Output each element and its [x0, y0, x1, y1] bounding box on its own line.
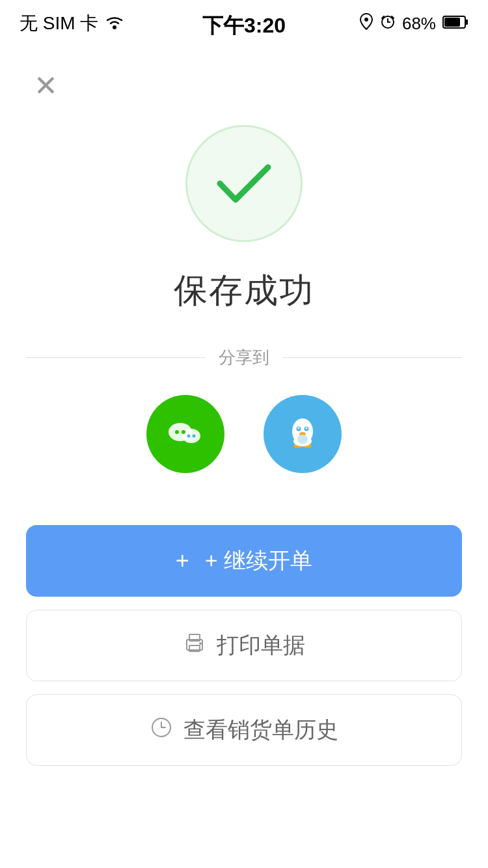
battery-text: 68% — [402, 14, 436, 34]
divider-text: 分享到 — [219, 346, 269, 369]
status-left: 无 SIM 卡 — [20, 11, 124, 36]
print-button[interactable]: 打印单据 — [26, 610, 462, 681]
continue-button[interactable]: + + 继续开单 — [26, 525, 462, 597]
svg-point-9 — [182, 430, 185, 434]
svg-rect-4 — [465, 20, 468, 25]
svg-point-21 — [297, 435, 308, 444]
svg-point-15 — [298, 427, 300, 429]
svg-point-16 — [306, 427, 308, 429]
svg-point-1 — [364, 18, 368, 21]
wechat-share-button[interactable] — [146, 395, 224, 473]
battery-icon — [442, 14, 468, 34]
success-title: 保存成功 — [174, 268, 314, 314]
clock-icon — [150, 716, 173, 744]
history-button[interactable]: 查看销货单历史 — [26, 694, 462, 766]
svg-point-11 — [193, 435, 196, 438]
svg-point-10 — [187, 435, 191, 438]
svg-point-0 — [113, 25, 116, 29]
history-label: 查看销货单历史 — [183, 715, 338, 745]
status-right: 68% — [359, 13, 468, 34]
print-label: 打印单据 — [217, 631, 305, 660]
share-icons-container — [146, 395, 342, 473]
carrier-text: 无 SIM 卡 — [20, 11, 98, 36]
svg-point-8 — [175, 430, 179, 434]
close-icon: ✕ — [34, 72, 58, 100]
qq-share-button[interactable] — [264, 395, 342, 473]
divider-line-right — [282, 357, 462, 358]
wechat-icon — [163, 411, 208, 457]
svg-rect-5 — [444, 18, 460, 27]
wifi-icon — [105, 13, 124, 34]
alarm-icon — [380, 14, 396, 34]
qq-icon — [280, 412, 325, 456]
close-button[interactable]: ✕ — [26, 66, 65, 105]
share-divider: 分享到 — [26, 346, 462, 369]
printer-icon — [183, 631, 206, 660]
continue-label: + 继续开单 — [205, 546, 312, 576]
success-circle — [185, 125, 303, 242]
continue-plus-icon: + — [176, 547, 189, 575]
status-time: 下午3:20 — [202, 12, 286, 40]
main-content: 保存成功 分享到 — [0, 105, 488, 868]
check-icon — [215, 161, 273, 206]
location-icon — [359, 13, 373, 34]
status-bar: 无 SIM 卡 下午3:20 — [0, 0, 488, 47]
svg-point-25 — [199, 642, 202, 645]
action-buttons: + + 继续开单 打印单据 查看销货单历 — [26, 525, 462, 766]
divider-line-left — [26, 357, 206, 358]
